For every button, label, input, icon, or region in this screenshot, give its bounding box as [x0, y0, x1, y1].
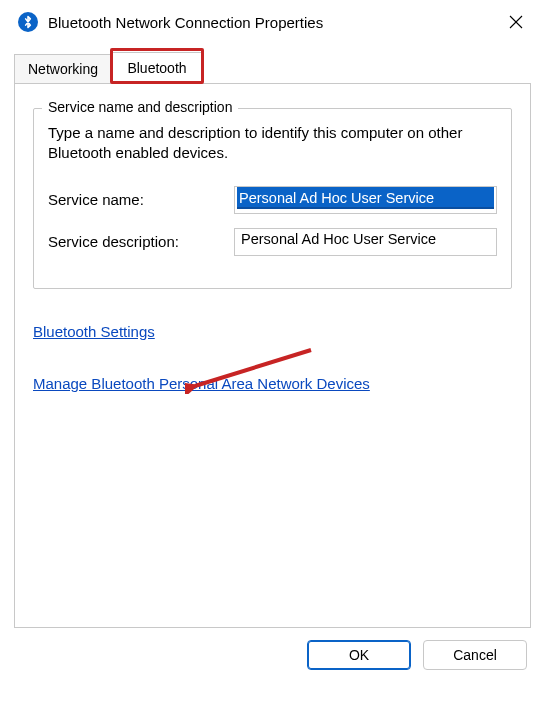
group-legend: Service name and description — [42, 99, 238, 115]
tab-bluetooth[interactable]: Bluetooth — [112, 52, 202, 84]
service-description-value: Personal Ad Hoc User Service — [241, 231, 436, 247]
titlebar: Bluetooth Network Connection Properties — [0, 0, 545, 44]
tab-label: Networking — [28, 61, 98, 77]
tab-label: Bluetooth — [127, 60, 186, 76]
tab-bar: Networking Bluetooth — [14, 52, 531, 84]
service-name-value: Personal Ad Hoc User Service — [237, 187, 494, 209]
window-title: Bluetooth Network Connection Properties — [48, 14, 493, 31]
service-description-row: Service description: Personal Ad Hoc Use… — [48, 228, 497, 256]
tab-panel: Service name and description Type a name… — [14, 84, 531, 628]
ok-button[interactable]: OK — [307, 640, 411, 670]
service-name-label: Service name: — [48, 191, 234, 208]
close-button[interactable] — [493, 5, 539, 39]
tab-networking[interactable]: Networking — [14, 54, 112, 84]
bluetooth-settings-link[interactable]: Bluetooth Settings — [33, 323, 155, 340]
service-description-input[interactable]: Personal Ad Hoc User Service — [234, 228, 497, 256]
service-name-input[interactable]: Personal Ad Hoc User Service — [234, 186, 497, 214]
bluetooth-icon — [18, 12, 38, 32]
service-description-label: Service description: — [48, 233, 234, 250]
service-group: Service name and description Type a name… — [33, 108, 512, 289]
cancel-button[interactable]: Cancel — [423, 640, 527, 670]
service-name-row: Service name: Personal Ad Hoc User Servi… — [48, 186, 497, 214]
properties-dialog: Bluetooth Network Connection Properties … — [0, 0, 545, 702]
dialog-footer: OK Cancel — [0, 628, 545, 684]
manage-pan-devices-link[interactable]: Manage Bluetooth Personal Area Network D… — [33, 375, 370, 392]
group-description: Type a name and description to identify … — [48, 123, 497, 164]
